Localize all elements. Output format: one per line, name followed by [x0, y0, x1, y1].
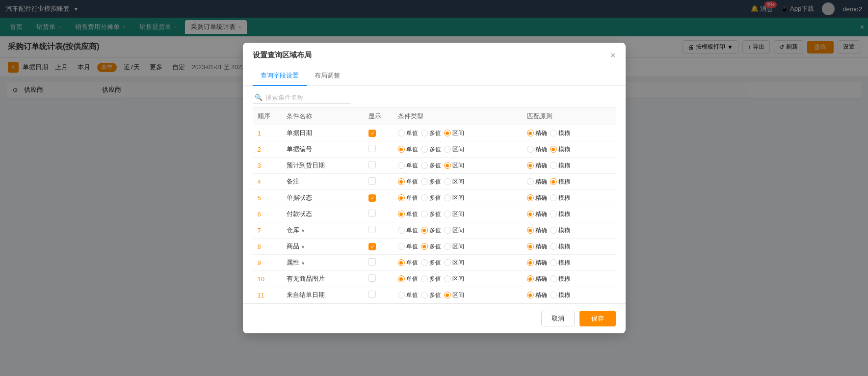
- tab-layout-adjust[interactable]: 布局调整: [307, 66, 348, 86]
- search-icon: 🔍: [255, 94, 263, 101]
- modal-overlay: 设置查询区域布局 × 查询字段设置 布局调整 🔍 顺序: [0, 0, 868, 103]
- modal-header: 设置查询区域布局 ×: [243, 43, 626, 66]
- modal-close-button[interactable]: ×: [610, 51, 616, 60]
- modal-tabs: 查询字段设置 布局调整: [243, 66, 626, 86]
- tab-query-fields[interactable]: 查询字段设置: [253, 66, 307, 86]
- modal-search-area: 🔍: [243, 86, 626, 103]
- modal-title: 设置查询区域布局: [253, 51, 312, 60]
- search-input-wrap: 🔍: [253, 92, 351, 103]
- settings-modal: 设置查询区域布局 × 查询字段设置 布局调整 🔍 顺序: [243, 43, 626, 103]
- search-input[interactable]: [265, 94, 344, 101]
